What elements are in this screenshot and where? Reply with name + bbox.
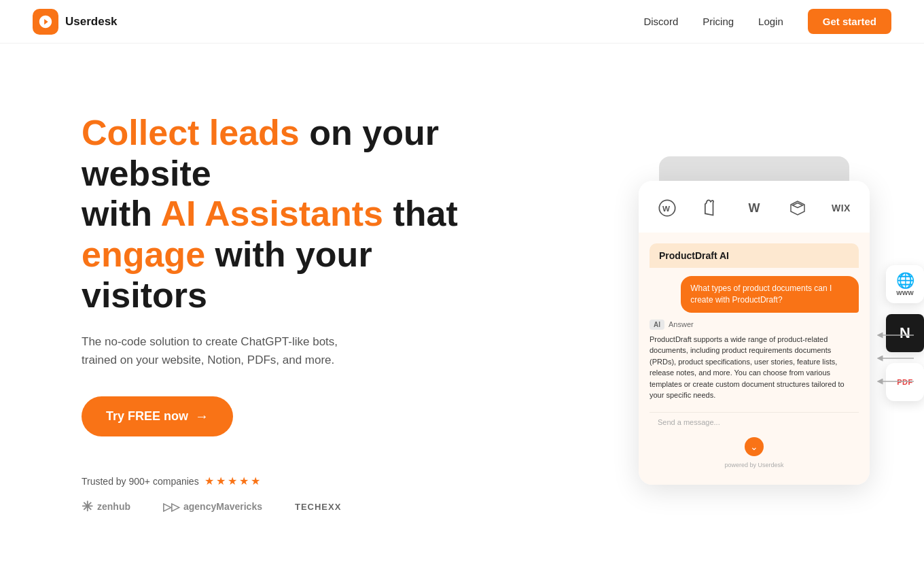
try-free-label: Try FREE now (106, 409, 188, 424)
platform-squarespace (784, 194, 811, 222)
agency-icon: ▷▷ (163, 500, 179, 513)
star-rating: ★ ★ ★ ★ ★ (205, 475, 260, 487)
star-4: ★ (239, 475, 249, 487)
platform-shopify (697, 194, 724, 222)
chat-container: W W WIX Produ (639, 156, 870, 485)
star-1: ★ (205, 475, 214, 487)
nav-login[interactable]: Login (758, 16, 783, 27)
logo-text: Userdesk (65, 15, 118, 29)
chat-widget: W W WIX Produ (639, 181, 870, 485)
hero-section: Collect leads on your websitewith AI Ass… (0, 44, 924, 584)
platform-wix: WIX (828, 194, 855, 222)
platform-wordpress: W (654, 194, 681, 222)
float-www-icon: 🌐 WWW (886, 265, 924, 303)
nav-discord[interactable]: Discord (643, 16, 678, 27)
headline-orange-2: AI Assistants (161, 194, 384, 233)
zenhub-label: zenhub (97, 501, 130, 512)
chat-input-placeholder: Send a message... (658, 418, 851, 426)
company-techexx: TECHEXX (295, 502, 341, 512)
powered-by: powered by Userdesk (650, 459, 859, 474)
company-logos: ✳ zenhub ▷▷ agencyMavericks TECHEXX (82, 498, 462, 515)
arrow-1 (876, 330, 917, 341)
star-3: ★ (228, 475, 237, 487)
navbar: Userdesk Discord Pricing Login Get start… (0, 0, 924, 44)
headline-orange-3: engage (82, 235, 205, 274)
answer-text: ProductDraft supports a wide range of pr… (650, 334, 859, 401)
nav-pricing[interactable]: Pricing (703, 16, 734, 27)
techexx-label: TECHEXX (295, 502, 341, 512)
trust-text: Trusted by 900+ companies ★ ★ ★ ★ ★ (82, 475, 462, 487)
source-arrows (876, 330, 917, 387)
user-message: What types of product documents can I cr… (681, 276, 859, 313)
company-zenhub: ✳ zenhub (82, 498, 130, 515)
arrow-2 (876, 353, 917, 364)
logo-svg (38, 14, 53, 29)
platform-icons-row: W W WIX (639, 181, 870, 233)
hero-headline: Collect leads on your websitewith AI Ass… (82, 113, 462, 316)
nav-links: Discord Pricing Login Get started (643, 9, 891, 34)
try-free-arrow: → (195, 409, 209, 424)
answer-badge: AI (650, 320, 664, 330)
trust-section: Trusted by 900+ companies ★ ★ ★ ★ ★ ✳ ze… (82, 475, 462, 515)
answer-header: AI Answer (650, 320, 859, 330)
trust-label: Trusted by 900+ companies (82, 476, 199, 487)
chat-scroll-button[interactable]: ⌄ (745, 437, 764, 456)
company-agencymavericks: ▷▷ agencyMavericks (163, 500, 262, 513)
star-5: ★ (251, 475, 260, 487)
hero-subtext-line1: The no-code solution to create ChatGPT-l… (82, 335, 338, 348)
logo[interactable]: Userdesk (33, 9, 118, 35)
agency-label: agencyMavericks (183, 501, 262, 512)
chat-body: ProductDraft AI What types of product do… (639, 233, 870, 485)
chat-messages: What types of product documents can I cr… (650, 268, 859, 412)
hero-subtext-line2: trained on your website, Notion, PDFs, a… (82, 354, 334, 366)
star-2: ★ (216, 475, 226, 487)
chat-title-bar: ProductDraft AI (650, 243, 859, 268)
answer-section: AI Answer ProductDraft supports a wide r… (650, 320, 859, 401)
answer-label: Answer (669, 320, 694, 328)
headline-orange-1: Collect leads (82, 113, 300, 152)
get-started-button[interactable]: Get started (808, 9, 891, 34)
chat-input-area[interactable]: Send a message... (650, 412, 859, 432)
arrow-3 (876, 376, 917, 387)
platform-webflow: W (741, 194, 768, 222)
headline-text-2: that (383, 194, 458, 233)
hero-subtext: The no-code solution to create ChatGPT-l… (82, 332, 462, 369)
hero-right: W W WIX Produ (462, 143, 870, 485)
try-free-button[interactable]: Try FREE now → (82, 396, 233, 436)
svg-text:W: W (662, 204, 670, 213)
logo-icon (33, 9, 58, 35)
hero-left: Collect leads on your websitewith AI Ass… (82, 113, 462, 515)
chat-top-bar (659, 156, 849, 181)
zenhub-icon: ✳ (82, 498, 93, 515)
